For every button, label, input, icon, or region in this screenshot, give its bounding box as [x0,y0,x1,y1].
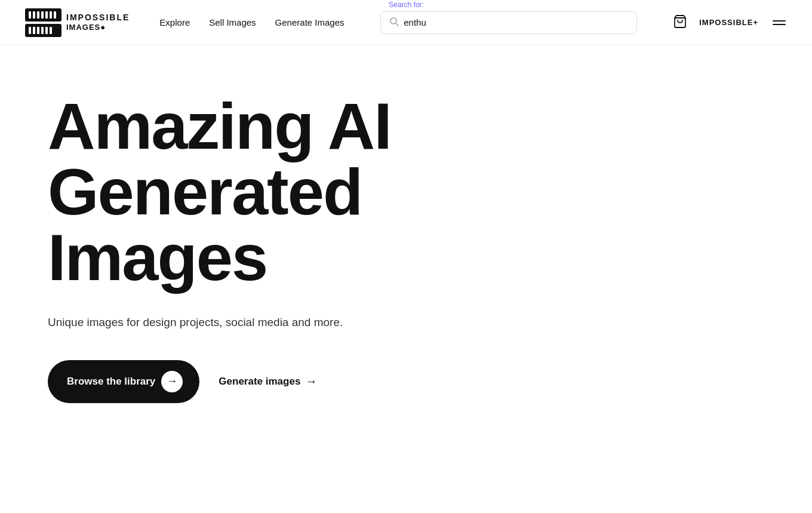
search-input[interactable] [404,17,628,27]
nav-sell-images[interactable]: Sell Images [209,17,256,27]
svg-rect-9 [29,27,31,34]
nav-generate-images[interactable]: Generate Images [275,17,345,27]
nav-explore[interactable]: Explore [159,17,190,27]
browse-arrow-icon: → [161,371,183,392]
generate-arrow-icon: → [305,374,317,388]
svg-rect-10 [33,27,35,34]
svg-rect-4 [37,11,39,19]
search-box [380,11,637,34]
hamburger-menu-button[interactable] [770,18,788,27]
browse-library-button[interactable]: Browse the library → [48,360,199,403]
logo-icon [24,7,63,38]
site-header: IMPOSSIBLE IMAGES● Explore Sell Images G… [0,0,812,45]
svg-line-16 [396,23,398,26]
header-right: IMPOSSIBLE+ [673,14,788,31]
svg-rect-5 [41,11,44,19]
main-nav: Explore Sell Images Generate Images [159,17,344,27]
cart-icon [673,14,687,29]
generate-images-label: Generate images [219,376,300,388]
svg-rect-6 [45,11,48,19]
svg-rect-14 [50,27,52,34]
svg-rect-12 [41,27,44,34]
svg-rect-3 [33,11,35,19]
hero-subtitle: Unique images for design projects, socia… [48,314,382,331]
search-container: Search for: [380,11,637,34]
impossible-plus-badge[interactable]: IMPOSSIBLE+ [699,18,758,27]
browse-library-label: Browse the library [67,376,155,388]
cta-row: Browse the library → Generate images → [48,360,764,403]
svg-rect-2 [29,11,31,19]
svg-rect-8 [54,11,56,19]
svg-rect-13 [45,27,48,34]
generate-images-button[interactable]: Generate images → [219,374,317,388]
cart-button[interactable] [673,14,687,31]
hero-section: Amazing AI Generated Images Unique image… [0,45,812,439]
logo[interactable]: IMPOSSIBLE IMAGES● [24,7,130,38]
svg-rect-7 [50,11,52,19]
search-label: Search for: [389,1,424,9]
svg-rect-11 [37,27,39,34]
search-icon [389,17,399,29]
hero-title: Amazing AI Generated Images [48,93,466,290]
